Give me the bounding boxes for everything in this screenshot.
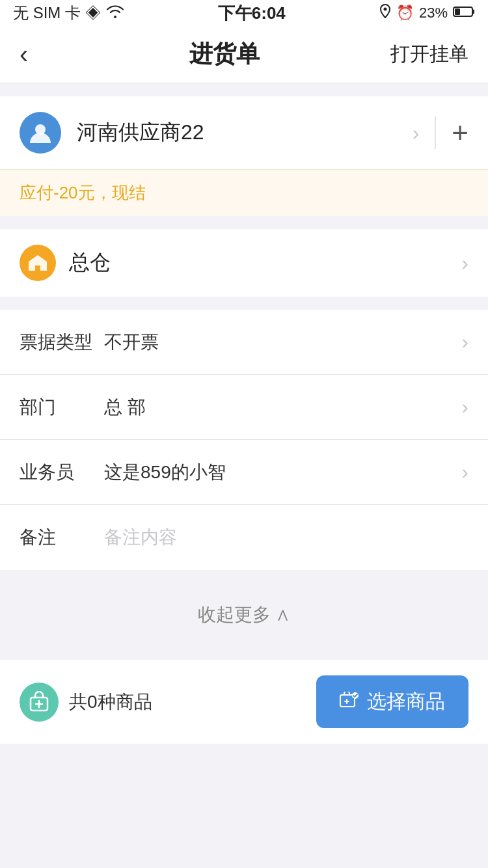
warehouse-section[interactable]: 总仓 › xyxy=(0,229,488,297)
divider xyxy=(435,116,436,149)
supplier-name: 河南供应商22 xyxy=(77,118,413,147)
supplier-chevron-icon: › xyxy=(413,121,420,145)
department-value: 总 部 xyxy=(104,395,461,420)
svg-rect-3 xyxy=(472,10,474,14)
sales-rep-chevron-icon: › xyxy=(461,460,468,484)
notice-banner: 应付-20元，现结 xyxy=(0,169,488,216)
collapse-label: 收起更多 ∧ xyxy=(198,604,291,625)
form-section: 票据类型 不开票 › 部门 总 部 › 业务员 这是859的小智 › 备注 备注… xyxy=(0,310,488,570)
department-chevron-icon: › xyxy=(461,395,468,419)
back-button[interactable]: ‹ xyxy=(20,40,59,69)
warehouse-chevron-icon: › xyxy=(461,251,468,275)
sim-status: 无 SIM 卡 ◈ xyxy=(13,3,101,23)
ticket-type-value: 不开票 xyxy=(104,330,461,355)
nav-bar: ‹ 进货单 打开挂单 xyxy=(0,26,488,83)
wifi-icon xyxy=(106,4,124,22)
sales-rep-value: 这是859的小智 xyxy=(104,460,461,485)
ticket-type-chevron-icon: › xyxy=(461,330,468,354)
battery-text: 23% xyxy=(419,5,448,21)
product-icon xyxy=(20,683,59,722)
battery-icon xyxy=(453,5,475,21)
status-bar: 无 SIM 卡 ◈ 下午6:04 ⏰ 23% xyxy=(0,0,488,26)
warehouse-icon xyxy=(20,245,56,281)
product-count-area: 共0种商品 xyxy=(20,683,152,722)
status-bar-time: 下午6:04 xyxy=(218,2,286,25)
remark-input[interactable]: 备注内容 xyxy=(104,525,468,550)
warehouse-name: 总仓 xyxy=(69,249,461,277)
gray-area xyxy=(0,744,488,868)
location-icon xyxy=(379,4,391,22)
alarm-icon: ⏰ xyxy=(396,5,414,21)
select-product-label: 选择商品 xyxy=(367,688,445,715)
supplier-row[interactable]: 河南供应商22 › + xyxy=(0,96,488,169)
select-product-icon xyxy=(340,691,359,713)
department-row[interactable]: 部门 总 部 › xyxy=(0,375,488,440)
page-title: 进货单 xyxy=(189,38,260,70)
remark-row[interactable]: 备注 备注内容 xyxy=(0,505,488,570)
add-supplier-button[interactable]: + xyxy=(452,118,468,147)
open-pending-button[interactable]: 打开挂单 xyxy=(390,41,468,68)
ticket-type-row[interactable]: 票据类型 不开票 › xyxy=(0,310,488,375)
svg-rect-2 xyxy=(455,8,460,15)
remark-label: 备注 xyxy=(20,525,104,550)
ticket-type-label: 票据类型 xyxy=(20,330,104,355)
supplier-avatar xyxy=(20,112,61,154)
department-label: 部门 xyxy=(20,395,104,420)
supplier-section: 河南供应商22 › + 应付-20元，现结 xyxy=(0,96,488,216)
status-bar-right: ⏰ 23% xyxy=(379,4,475,22)
bottom-bar: 共0种商品 选择商品 xyxy=(0,660,488,744)
sales-rep-label: 业务员 xyxy=(20,460,104,485)
select-product-button[interactable]: 选择商品 xyxy=(316,675,468,728)
collapse-row[interactable]: 收起更多 ∧ xyxy=(0,583,488,647)
svg-point-0 xyxy=(383,8,386,11)
sales-rep-row[interactable]: 业务员 这是859的小智 › xyxy=(0,440,488,505)
product-count: 共0种商品 xyxy=(69,690,152,714)
status-bar-left: 无 SIM 卡 ◈ xyxy=(13,3,124,23)
